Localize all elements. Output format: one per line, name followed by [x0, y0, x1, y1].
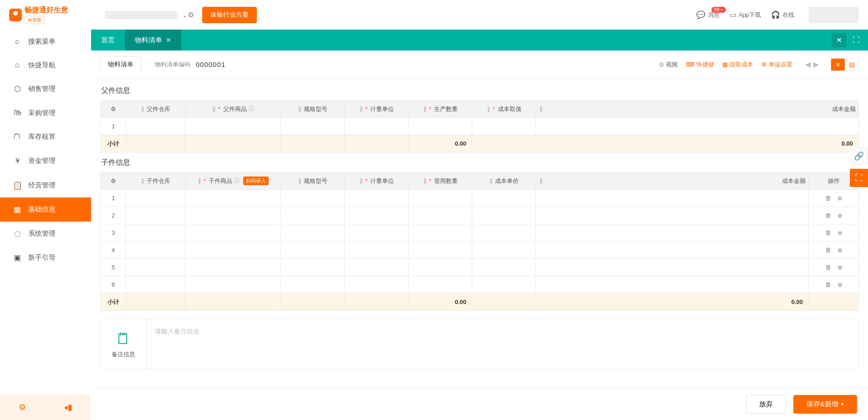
- cell[interactable]: [185, 190, 281, 207]
- cell[interactable]: [408, 242, 472, 259]
- sidebar-item-inventory[interactable]: ⛫库存核算: [0, 125, 91, 148]
- delete-row-icon[interactable]: 🗑: [825, 195, 831, 202]
- add-row-icon[interactable]: ⊕: [837, 229, 842, 236]
- cell[interactable]: [281, 118, 345, 135]
- delete-row-icon[interactable]: 🗑: [825, 212, 831, 219]
- parent-row[interactable]: 1: [101, 118, 859, 135]
- cell[interactable]: [472, 207, 536, 224]
- view-list-button[interactable]: ≡: [831, 59, 845, 71]
- cell[interactable]: [281, 242, 345, 259]
- sidebar-item-basic-info[interactable]: ▦基础信息: [0, 197, 91, 222]
- scan-entry-tag[interactable]: 扫码录入: [243, 177, 269, 185]
- cell[interactable]: [472, 259, 536, 276]
- cell[interactable]: [345, 118, 408, 135]
- gear-icon[interactable]: ⚙: [188, 10, 194, 19]
- sidebar-item-quicknav[interactable]: ⌂快捷导航: [0, 53, 91, 77]
- col-child-unit-cost[interactable]: ▲▼成本单价: [472, 172, 536, 190]
- cell[interactable]: [472, 190, 536, 207]
- collapse-sidebar-icon[interactable]: ◂▮: [64, 402, 72, 412]
- cell[interactable]: [185, 276, 281, 293]
- tab-close-all-button[interactable]: ✕: [832, 33, 846, 47]
- sidebar-item-operation[interactable]: 📋经营管理: [0, 173, 91, 197]
- cell[interactable]: [281, 259, 345, 276]
- discard-button[interactable]: 放弃: [746, 395, 786, 414]
- avatar[interactable]: [809, 7, 859, 23]
- cell[interactable]: [345, 259, 408, 276]
- delete-row-icon[interactable]: 🗑: [825, 281, 831, 288]
- view-card-button[interactable]: ▤: [845, 59, 858, 71]
- cell[interactable]: [185, 242, 281, 259]
- delete-row-icon[interactable]: 🗑: [825, 264, 831, 271]
- cell[interactable]: [345, 224, 408, 242]
- cell[interactable]: [345, 207, 408, 224]
- col-parent-spec[interactable]: ▲▼规格型号: [281, 101, 345, 118]
- prev-record-button[interactable]: ◀: [805, 60, 811, 69]
- col-child-qty[interactable]: ▲▼*需用数量: [408, 172, 472, 190]
- settings-icon[interactable]: ⚙: [19, 402, 26, 412]
- cell[interactable]: [472, 118, 536, 135]
- industry-trial-button[interactable]: 体验行业方案: [202, 7, 257, 23]
- sidebar-item-search[interactable]: ⌕搜索菜单: [0, 30, 91, 53]
- cell[interactable]: [345, 190, 408, 207]
- cell[interactable]: [536, 276, 809, 293]
- col-parent-cost-basis[interactable]: ▲▼*成本取值: [472, 101, 536, 118]
- sidebar-item-system[interactable]: ◌系统管理: [0, 222, 91, 246]
- cell[interactable]: [408, 224, 472, 242]
- col-child-product[interactable]: ▲▼*子件商品ⓘ扫码录入: [185, 172, 281, 190]
- cell[interactable]: [472, 224, 536, 242]
- sidebar-item-purchase[interactable]: 🛍采购管理: [0, 101, 91, 125]
- fullscreen-pin[interactable]: ⛶: [850, 169, 868, 187]
- cell[interactable]: [126, 190, 185, 207]
- cell[interactable]: [281, 276, 345, 293]
- child-row[interactable]: 5🗑⊕: [101, 259, 859, 276]
- child-row[interactable]: 1🗑⊕: [101, 190, 859, 207]
- save-and-new-button[interactable]: 保存&新增 ▾: [793, 395, 857, 414]
- add-row-icon[interactable]: ⊕: [837, 212, 842, 219]
- remark-input[interactable]: [155, 328, 850, 335]
- col-parent-qty[interactable]: ▲▼*生产数量: [408, 101, 472, 118]
- add-row-icon[interactable]: ⊕: [837, 195, 842, 202]
- cell[interactable]: [536, 224, 809, 242]
- child-row[interactable]: 2🗑⊕: [101, 207, 859, 224]
- col-child-spec[interactable]: ▲▼规格型号: [281, 172, 345, 190]
- online-support-button[interactable]: 🎧 在线: [771, 10, 794, 19]
- shortcut-link[interactable]: ⌨快捷键: [686, 61, 714, 69]
- next-record-button[interactable]: ▶: [813, 60, 819, 69]
- cell[interactable]: [472, 242, 536, 259]
- doc-settings-link[interactable]: ⚙单据设置: [761, 61, 792, 69]
- cell[interactable]: [126, 242, 185, 259]
- cell[interactable]: [126, 118, 185, 135]
- child-row[interactable]: 6🗑⊕: [101, 276, 859, 293]
- cell[interactable]: [281, 190, 345, 207]
- tab-expand-button[interactable]: ⛶: [849, 33, 863, 47]
- column-settings-button[interactable]: ⚙: [101, 172, 126, 190]
- col-parent-warehouse[interactable]: ▲▼父件仓库: [126, 101, 185, 118]
- cell[interactable]: [126, 276, 185, 293]
- add-row-icon[interactable]: ⊕: [837, 264, 842, 271]
- cell[interactable]: [185, 259, 281, 276]
- cell[interactable]: [185, 224, 281, 242]
- sidebar-item-sales[interactable]: ⬡销售管理: [0, 77, 91, 101]
- cell[interactable]: [536, 242, 809, 259]
- cell[interactable]: [345, 276, 408, 293]
- cell[interactable]: [408, 276, 472, 293]
- column-settings-button[interactable]: ⚙: [101, 101, 126, 118]
- cell[interactable]: [185, 207, 281, 224]
- org-selector[interactable]: ⌄: [105, 11, 188, 19]
- cell[interactable]: [536, 207, 809, 224]
- cell[interactable]: [408, 207, 472, 224]
- cell[interactable]: [408, 190, 472, 207]
- cell[interactable]: [126, 207, 185, 224]
- cell[interactable]: [408, 259, 472, 276]
- delete-row-icon[interactable]: 🗑: [825, 229, 831, 236]
- col-parent-cost-amount[interactable]: ▲▼成本金额: [536, 101, 859, 118]
- cell[interactable]: [536, 190, 809, 207]
- col-child-uom[interactable]: ▲▼*计量单位: [345, 172, 408, 190]
- close-icon[interactable]: ✕: [166, 36, 171, 44]
- delete-row-icon[interactable]: 🗑: [825, 247, 831, 253]
- sidebar-item-finance[interactable]: ￥资金管理: [0, 148, 91, 173]
- video-link[interactable]: ⊙视频: [659, 61, 678, 69]
- cell[interactable]: [126, 259, 185, 276]
- messages-button[interactable]: 💬 消息 99 +: [696, 10, 720, 19]
- tab-home[interactable]: 首页: [91, 30, 125, 51]
